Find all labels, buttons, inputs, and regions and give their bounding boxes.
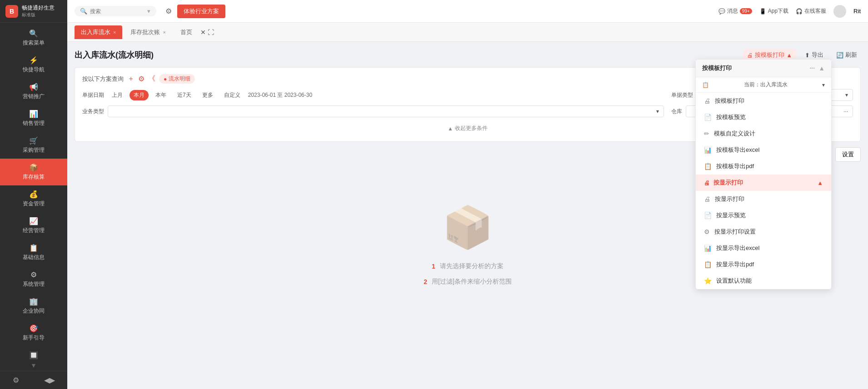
dropdown-item-display-print[interactable]: 🖨按显示打印 [696, 191, 831, 207]
online-service-item[interactable]: 🎧 在线客服 [796, 7, 826, 15]
app-center-icon: 🔲 [29, 351, 38, 359]
quick-nav-label: 快捷导航 [23, 66, 45, 74]
guide-icon: 🎯 [29, 324, 38, 333]
dropdown-item-template-preview[interactable]: 📄按模板预览 [696, 109, 831, 125]
sidebar-item-operations[interactable]: 📈经营管理 [0, 212, 67, 239]
expand-tabs-icon[interactable]: ⛶ [208, 29, 214, 36]
tabs-bar: 出入库流水×库存批次账×首页 ✕ ⛶ [67, 23, 868, 42]
guide-label: 新手引导 [23, 334, 45, 342]
tab-label-batch-account: 库存批次账 [130, 28, 160, 36]
operations-icon: 📈 [29, 217, 38, 225]
empty-illustration: 📦 [442, 204, 493, 251]
template-preview-label: 按模板预览 [716, 113, 746, 121]
tab-batch-account[interactable]: 库存批次账× [124, 25, 172, 39]
finance-label: 资金管理 [23, 200, 45, 208]
settings-topbar-icon[interactable]: ⚙ [165, 7, 172, 15]
industry-button[interactable]: 体验行业方案 [177, 5, 225, 18]
purchase-label: 采购管理 [23, 146, 45, 154]
dropdown-item-display-print-settings[interactable]: ⚙按显示打印设置 [696, 224, 831, 240]
tab-close-batch-account[interactable]: × [163, 30, 165, 35]
settings-icon[interactable]: ⚙ [13, 376, 19, 384]
dropdown-item-display-preview[interactable]: 📄按显示预览 [696, 207, 831, 224]
date-btn-更多[interactable]: 更多 [198, 90, 217, 100]
marketing-label: 营销推广 [23, 93, 45, 100]
tab-flow[interactable]: 出入库流水× [75, 25, 122, 39]
date-btn-本年[interactable]: 本年 [151, 90, 170, 100]
app-download-label: App下载 [768, 7, 788, 15]
date-btn-本月[interactable]: 本月 [130, 90, 149, 100]
template-excel-icon: 📊 [704, 146, 712, 154]
template-print-label: 按模板打印 [715, 97, 744, 105]
filter-settings-icon[interactable]: ⚙ [138, 75, 145, 83]
dropdown-item-set-default[interactable]: ⭐设置默认功能 [696, 273, 831, 289]
search-icon: 🔍 [80, 8, 87, 15]
doctype-dropdown-icon: ▾ [845, 92, 848, 98]
close-dropdown-icon[interactable]: ▲ [818, 65, 825, 72]
current-template-label: 当前：出入库流水 [744, 81, 788, 89]
sidebar-item-quick-nav[interactable]: ⚡快捷导航 [0, 51, 67, 78]
sidebar-item-app-center[interactable]: 🔲应用中心 [0, 346, 67, 360]
date-btn-近7天[interactable]: 近7天 [173, 90, 195, 100]
sidebar-item-inventory[interactable]: 📦库存核算 [0, 159, 67, 185]
collapse-sidebar-icon[interactable]: ◀▶ [44, 376, 55, 384]
dropdown-item-template-print[interactable]: 🖨按模板打印 [696, 93, 831, 109]
empty-step1: 1 请先选择要分析的方案 [432, 260, 504, 272]
warehouse-more-icon[interactable]: ··· [843, 108, 848, 115]
sidebar-logo: B 畅捷通好生意 标准版 [0, 0, 67, 23]
tab-close-flow[interactable]: × [113, 30, 116, 35]
display-pdf-label: 按显示导出pdf [716, 260, 754, 269]
date-btn-上月[interactable]: 上月 [108, 90, 127, 100]
sidebar-item-guide[interactable]: 🎯新手引导 [0, 319, 67, 346]
app-download-item[interactable]: 📱 App下载 [759, 7, 788, 15]
arrow-up-icon: ▲ [786, 52, 792, 59]
sidebar-item-marketing[interactable]: 📢营销推广 [0, 78, 67, 105]
template-custom-icon: ✏ [704, 130, 709, 137]
dropdown-item-template-pdf[interactable]: 📋按模板导出pdf [696, 158, 831, 175]
collapse-up-icon: ▲ [448, 125, 453, 132]
dropdown-title: 按模板打印 [702, 64, 732, 72]
sidebar-item-basic-info[interactable]: 📋基础信息 [0, 239, 67, 266]
sidebar-item-purchase[interactable]: 🛒采购管理 [0, 132, 67, 159]
dropdown-item-template-custom[interactable]: ✏模板自定义设计 [696, 125, 831, 142]
dropdown-item-display-excel[interactable]: 📊按显示导出excel [696, 240, 831, 256]
current-template-icon: 📋 [702, 82, 709, 88]
topbar-right: 💬 消息 99+ 📱 App下载 🎧 在线客服 Rit [718, 5, 861, 18]
sidebar-item-finance[interactable]: 💰资金管理 [0, 185, 67, 212]
biztype-label: 业务类型 [82, 108, 104, 115]
filter-tag[interactable]: ● 流水明细 [159, 74, 195, 84]
sidebar-item-search-menu[interactable]: 🔍搜索菜单 [0, 25, 67, 51]
avatar[interactable] [833, 5, 846, 18]
sidebar-item-sales[interactable]: 📊销售管理 [0, 105, 67, 132]
biztype-select[interactable]: ▾ [108, 105, 664, 117]
dropdown-section-display-section[interactable]: 🖨按显示打印▲ [696, 175, 831, 191]
search-input[interactable] [90, 8, 145, 15]
add-filter-icon[interactable]: ＋ [127, 74, 135, 84]
message-icon: 💬 [718, 8, 725, 15]
dropdown-item-display-pdf[interactable]: 📋按显示导出pdf [696, 256, 831, 273]
display-preview-label: 按显示预览 [716, 211, 746, 219]
display-section-label: 按显示打印 [713, 179, 743, 187]
system-icon: ⚙ [30, 270, 37, 279]
close-tabs-icon[interactable]: ✕ [200, 29, 206, 36]
sidebar-item-enterprise[interactable]: 🏢企业协同 [0, 293, 67, 319]
display-print-settings-label: 按显示打印设置 [714, 228, 756, 236]
date-range-display: 2023-06-01 至 2023-06-30 [248, 91, 312, 99]
search-menu-icon: 🔍 [29, 29, 38, 38]
step1-number: 1 [432, 263, 435, 270]
date-btn-自定义[interactable]: 自定义 [220, 90, 244, 100]
marketing-icon: 📢 [29, 83, 38, 91]
current-dropdown-arrow[interactable]: ▾ [822, 82, 825, 88]
filter-tag-label: 流水明细 [169, 75, 190, 83]
dropdown-panel: 按模板打印 ··· ▲ 📋 当前：出入库流水 ▾ 🖨按模板打印📄按模板预览✏模板… [695, 59, 832, 289]
finance-icon: 💰 [29, 190, 38, 199]
message-item[interactable]: 💬 消息 99+ [718, 7, 752, 15]
sidebar-item-system[interactable]: ⚙系统管理 [0, 266, 67, 293]
search-box[interactable]: 🔍 ▾ [75, 6, 156, 16]
tab-home[interactable]: 首页 [174, 25, 199, 39]
settings-filter-button[interactable]: 设置 [835, 147, 861, 162]
collapse-icon[interactable]: 《 [148, 74, 155, 84]
refresh-button[interactable]: 🔄 刷新 [833, 49, 861, 61]
dropdown-item-template-excel[interactable]: 📊按模板导出excel [696, 142, 831, 158]
scroll-down-arrow[interactable]: ▼ [0, 360, 67, 371]
set-default-label: 设置默认功能 [716, 277, 752, 285]
